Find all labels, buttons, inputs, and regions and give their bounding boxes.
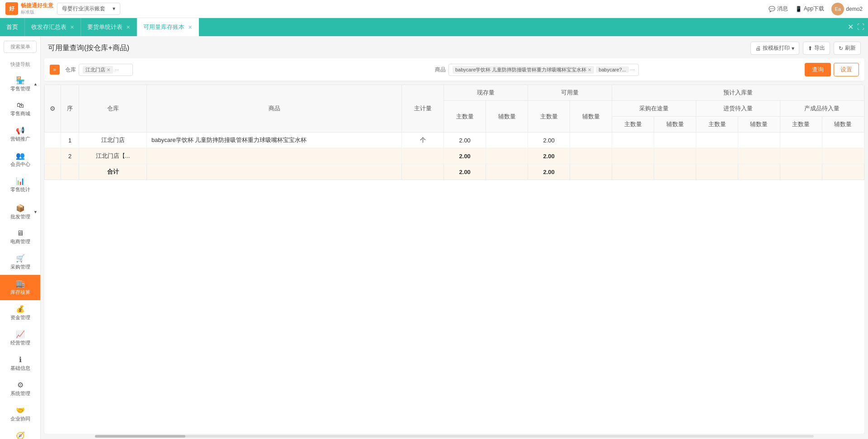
export-label: 导出 bbox=[814, 44, 825, 52]
sidebar-item-operations[interactable]: 📈 经营管理 bbox=[0, 326, 40, 351]
row-stock-main: 2.00 bbox=[444, 148, 486, 164]
industry-selector[interactable]: 母婴行业演示账套 ▾ bbox=[57, 3, 120, 15]
row-num: 2 bbox=[61, 148, 79, 164]
row-settings bbox=[45, 148, 61, 164]
production-arrival-header: 产成品待入量 bbox=[780, 101, 864, 117]
tag-text: babycare学饮杯 儿童防摔防撞吸管杯重力球吸嘴杯宝宝水杯 bbox=[455, 66, 586, 73]
pa-main-qty-header: 主数量 bbox=[696, 117, 738, 132]
sidebar-item-new-guide[interactable]: 🧭 新手引导 bbox=[0, 427, 40, 439]
tag-text: babycare?... bbox=[599, 67, 626, 72]
export-icon: ⬆ bbox=[808, 45, 812, 52]
close-icon[interactable]: ✕ bbox=[126, 24, 130, 30]
sidebar-label: 营销推广 bbox=[10, 136, 30, 142]
row-settings bbox=[45, 132, 61, 148]
sidebar-label: 基础信息 bbox=[10, 365, 30, 372]
query-btn[interactable]: 查询 bbox=[805, 63, 831, 76]
sidebar-item-basic-info[interactable]: ℹ 基础信息 bbox=[0, 351, 40, 376]
main-unit-col-header: 主计量 bbox=[402, 85, 444, 132]
search-menu-btn[interactable]: 搜索菜单 bbox=[4, 41, 37, 53]
close-icon[interactable]: ✕ bbox=[188, 24, 192, 30]
app-download-label: App下载 bbox=[804, 5, 824, 13]
refresh-label: 刷新 bbox=[845, 44, 856, 52]
tab-order-stats[interactable]: 要货单统计表 ✕ bbox=[81, 18, 137, 36]
sidebar-label: 零售统计 bbox=[10, 186, 30, 193]
app-download-btn[interactable]: 📱 App下载 bbox=[795, 5, 824, 13]
sidebar-item-sys-mgmt[interactable]: ⚙ 系统管理 bbox=[0, 376, 40, 401]
maximize-icon[interactable]: ⛶ bbox=[857, 24, 864, 31]
marketing-icon: 📢 bbox=[16, 126, 25, 135]
close-icon[interactable]: ✕ bbox=[70, 24, 74, 30]
sidebar-item-retail-stats[interactable]: 📊 零售统计 bbox=[0, 172, 40, 198]
settings-icon: ⚙ bbox=[17, 381, 24, 389]
user-avatar-btn[interactable]: Ea demo2 bbox=[831, 3, 863, 15]
row-warehouse: 江北门店 bbox=[79, 132, 147, 148]
tag-close-icon[interactable]: ✕ bbox=[588, 67, 591, 72]
sidebar-item-inventory[interactable]: 🏬 库存核算 bbox=[0, 275, 40, 300]
more-icon[interactable]: ··· bbox=[115, 67, 119, 72]
horizontal-scrollbar[interactable] bbox=[41, 434, 868, 439]
prod-sub-qty-header: 辅数量 bbox=[822, 117, 864, 132]
footer-prod-sub bbox=[822, 164, 864, 180]
sidebar-item-finance[interactable]: 💰 资金管理 bbox=[0, 300, 40, 326]
more-icon[interactable]: ··· bbox=[631, 67, 635, 72]
warehouse-tag: 江北门店 ✕ bbox=[83, 66, 113, 74]
current-stock-col-header: 现存量 bbox=[444, 85, 528, 101]
wholesale-icon: 📦 bbox=[16, 204, 25, 212]
table-row: 1 江北门店 babycare学饮杯 儿童防摔防撞吸管杯重力球吸嘴杯宝宝水杯 个… bbox=[45, 132, 864, 148]
footer-product bbox=[147, 164, 402, 180]
brand-icon: 好 bbox=[5, 2, 18, 15]
export-btn[interactable]: ⬆ 导出 bbox=[803, 42, 830, 55]
sidebar-item-member[interactable]: 👥 会员中心 bbox=[0, 147, 40, 172]
page-header: 可用量查询(按仓库+商品) 🖨 按模板打印 ▾ ⬆ 导出 ↻ 刷新 bbox=[41, 36, 868, 58]
sidebar-item-retail-mall[interactable]: 🛍 零售商城 bbox=[0, 97, 40, 122]
username-label: demo2 bbox=[846, 6, 863, 12]
expected-in-col-header: 预计入库量 bbox=[612, 85, 864, 101]
footer-pt-main bbox=[612, 164, 654, 180]
sidebar: 搜索菜单 快捷导航 🏪 零售管理 ▲ 🛍 零售商城 📢 营销推广 👥 会员中心 … bbox=[0, 36, 41, 439]
tag-close-icon[interactable]: ✕ bbox=[107, 67, 110, 72]
settings-col-header[interactable]: ⚙ bbox=[45, 85, 61, 132]
sidebar-item-purchase[interactable]: 🛒 采购管理 bbox=[0, 250, 40, 275]
quick-nav-label[interactable]: 快捷导航 bbox=[0, 57, 40, 70]
stats-icon: 📊 bbox=[16, 177, 25, 185]
row-avail-sub bbox=[570, 132, 612, 148]
ecommerce-icon: 🖥 bbox=[17, 229, 24, 237]
msg-btn[interactable]: 💬 消息 bbox=[769, 5, 788, 13]
sidebar-search-area: 搜索菜单 bbox=[0, 36, 40, 57]
tab-home[interactable]: 首页 bbox=[0, 18, 25, 36]
sidebar-label: 批发管理 bbox=[10, 213, 30, 220]
sidebar-label: 经营管理 bbox=[10, 340, 30, 346]
scroll-thumb[interactable] bbox=[95, 435, 185, 438]
sidebar-item-ecommerce[interactable]: 🖥 电商管理 bbox=[0, 225, 40, 250]
product-input[interactable]: babycare学饮杯 儿童防摔防撞吸管杯重力球吸嘴杯宝宝水杯 ✕ babyca… bbox=[448, 64, 639, 76]
refresh-btn[interactable]: ↻ 刷新 bbox=[834, 42, 861, 55]
sidebar-item-marketing[interactable]: 📢 营销推广 bbox=[0, 122, 40, 147]
purchase-arrival-header: 进货待入量 bbox=[696, 101, 780, 117]
sidebar-label: 零售商城 bbox=[10, 110, 30, 117]
warehouse-input[interactable]: 江北门店 ✕ ··· bbox=[79, 64, 133, 76]
sidebar-label: 资金管理 bbox=[10, 314, 30, 321]
sidebar-item-retail-mgmt[interactable]: 🏪 零售管理 ▲ bbox=[0, 71, 40, 97]
print-label: 按模板打印 bbox=[763, 44, 790, 52]
pa-sub-qty-header: 辅数量 bbox=[738, 117, 780, 132]
tab-available-stock[interactable]: 可用量库存账本 ✕ bbox=[137, 18, 199, 36]
row-pt-main bbox=[612, 148, 654, 164]
main-layout: 搜索菜单 快捷导航 🏪 零售管理 ▲ 🛍 零售商城 📢 营销推广 👥 会员中心 … bbox=[0, 36, 868, 439]
table-footer-row: 合计 2.00 2.00 bbox=[45, 164, 864, 180]
tab-receipt-summary[interactable]: 收发存汇总表 ✕ bbox=[25, 18, 81, 36]
settings-btn[interactable]: 设置 bbox=[834, 63, 859, 76]
row-avail-main: 2.00 bbox=[528, 132, 570, 148]
close-window-icon[interactable]: ✕ bbox=[848, 24, 854, 31]
filter-expand-btn[interactable]: » bbox=[50, 65, 60, 75]
sidebar-item-wholesale[interactable]: 📦 批发管理 ▼ bbox=[0, 199, 40, 225]
row-warehouse: 江北门店【... bbox=[79, 148, 147, 164]
row-main-unit: 个 bbox=[402, 132, 444, 148]
print-template-btn[interactable]: 🖨 按模板打印 ▾ bbox=[750, 42, 799, 55]
page-actions: 🖨 按模板打印 ▾ ⬆ 导出 ↻ 刷新 bbox=[750, 42, 861, 55]
scroll-track bbox=[95, 435, 814, 438]
row-avail-sub bbox=[570, 148, 612, 164]
brand-sub: 标准版 bbox=[21, 9, 53, 15]
row-prod-main bbox=[780, 132, 822, 148]
stock-sub-qty-header: 辅数量 bbox=[486, 101, 528, 132]
sidebar-item-enterprise[interactable]: 🤝 企业协同 bbox=[0, 401, 40, 427]
